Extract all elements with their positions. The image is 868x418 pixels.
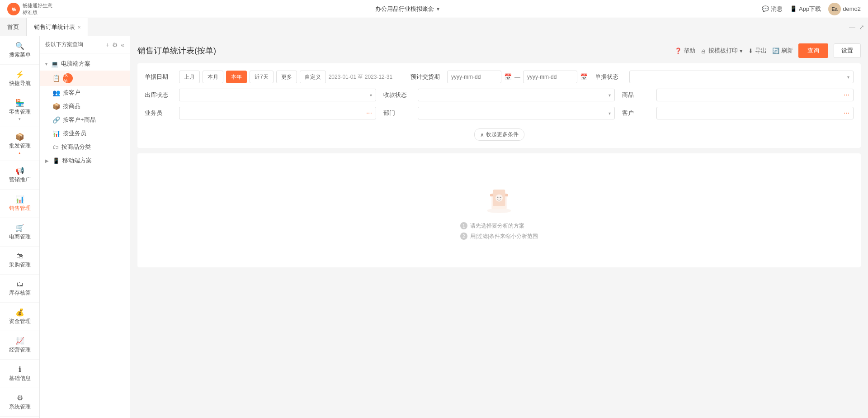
tab-close-btn[interactable]: × — [78, 24, 80, 30]
tree-item-by-category[interactable]: 🗂 按商品分类 — [40, 140, 130, 154]
customer-control: ··· — [656, 107, 854, 119]
message-btn[interactable]: 💬 消息 — [762, 5, 783, 13]
delivery-date-from[interactable] — [447, 71, 501, 83]
calendar-icon-to: 📅 — [580, 73, 588, 81]
by-goods-icon: 📦 — [52, 103, 60, 110]
collapse-arrow-icon: ∧ — [480, 132, 484, 138]
sidebar-item-retail[interactable]: 🏪 零售管理 ▾ — [0, 93, 39, 127]
customer-dropdown[interactable]: ··· — [656, 107, 854, 119]
tree-desktop-schemes[interactable]: ▾ 💻 电脑端方案 — [40, 57, 130, 71]
settings-scheme-btn[interactable]: ⚙ — [112, 41, 118, 48]
tab-maximize-btn[interactable]: ⤢ — [859, 24, 864, 31]
wholesale-icon: 📦 — [15, 133, 24, 141]
business-person-dropdown[interactable]: ··· — [179, 107, 376, 119]
tab-home[interactable]: 首页 — [0, 18, 27, 36]
setting-btn[interactable]: 设置 — [834, 43, 861, 58]
left-panel: 按以下方案查询 + ⚙ « ▾ 💻 电脑端方案 📋 按单 👥 — [40, 36, 130, 418]
department-dropdown[interactable]: ▾ — [418, 107, 615, 119]
inventory-icon: 🗂 — [16, 280, 24, 288]
app-download-btn[interactable]: 📱 App下载 — [790, 5, 821, 13]
svg-point-9 — [500, 197, 501, 198]
tab-sales-order-stats[interactable]: 销售订单统计表 × — [27, 18, 88, 36]
sidebar-item-wholesale[interactable]: 📦 批发管理 ▴ — [0, 127, 39, 161]
help-icon: ❓ — [675, 48, 682, 54]
sidebar-item-finance[interactable]: 💰 资金管理 — [0, 303, 39, 331]
user-avatar-area[interactable]: Ea demo2 — [828, 3, 861, 15]
help-btn[interactable]: ❓ 帮助 — [675, 47, 695, 55]
business-person-ellipsis: ··· — [366, 109, 372, 117]
last-month-btn[interactable]: 上月 — [179, 71, 200, 83]
add-scheme-btn[interactable]: + — [106, 41, 109, 48]
tree-item-by-goods[interactable]: 📦 按商品 — [40, 100, 130, 113]
svg-point-8 — [497, 197, 498, 198]
tab-bar-actions: — ⤢ — [849, 24, 868, 31]
sidebar-item-ecommerce[interactable]: 🛒 电商管理 — [0, 218, 39, 247]
filter-row-date: 单据日期 上月 本月 本年 近7天 更多 自定义 2023-01-01 至 20… — [145, 71, 854, 83]
tree-arrow-mobile: ▶ — [45, 158, 49, 163]
goods-label: 商品 — [622, 91, 649, 99]
sidebar-item-marketing[interactable]: 📢 营销推广 — [0, 161, 39, 190]
left-panel-header: 按以下方案查询 + ⚙ « — [40, 36, 130, 53]
main-layout: 🔍 搜索菜单 ⚡ 快捷导航 🏪 零售管理 ▾ 📦 批发管理 ▴ 📢 营销推广 📊… — [0, 36, 868, 418]
collapse-panel-btn[interactable]: « — [121, 41, 124, 48]
this-month-btn[interactable]: 本月 — [203, 71, 223, 83]
collapse-conditions-btn[interactable]: ∧ 收起更多条件 — [474, 128, 524, 141]
last7days-btn[interactable]: 近7天 — [250, 71, 274, 83]
business-person-control: ··· — [179, 107, 376, 119]
refresh-icon: 🔄 — [772, 48, 779, 54]
top-bar: 畅 畅捷通好生意 标准版 办公用品行业模拟账套 ▾ 💬 消息 📱 App下载 E… — [0, 0, 868, 18]
collection-status-dropdown[interactable]: ▾ — [418, 89, 615, 101]
customer-ellipsis: ··· — [844, 109, 849, 117]
more-date-btn[interactable]: 更多 — [276, 71, 297, 83]
date-range-text: 2023-01-01 至 2023-12-31 — [329, 73, 392, 81]
sidebar-item-purchase[interactable]: 🛍 采购管理 — [0, 247, 39, 275]
department-label: 部门 — [383, 109, 410, 117]
tree-mobile-schemes[interactable]: ▶ 📱 移动端方案 — [40, 154, 130, 167]
tree-item-by-customer-goods[interactable]: 🔗 按客户+商品 — [40, 113, 130, 127]
sidebar-item-basic-info[interactable]: ℹ 基础信息 — [0, 360, 39, 388]
logo-text: 畅捷通好生意 标准版 — [23, 2, 52, 15]
sidebar-item-system[interactable]: ⚙ 系统管理 — [0, 388, 39, 417]
desktop-icon: 💻 — [51, 61, 58, 67]
expected-delivery-control: 📅 — 📅 — [447, 71, 588, 83]
delivery-date-to[interactable] — [523, 71, 577, 83]
by-order-icon: 📋 — [52, 75, 60, 82]
empty-illustration — [481, 180, 517, 217]
tree-item-by-order[interactable]: 📋 按单 — [40, 71, 130, 86]
sidebar-search[interactable]: 🔍 搜索菜单 — [0, 36, 39, 65]
sidebar-quick-nav[interactable]: ⚡ 快捷导航 — [0, 65, 39, 93]
print-btn[interactable]: 🖨 按模板打印 ▾ — [701, 47, 743, 55]
page-actions: ❓ 帮助 🖨 按模板打印 ▾ ⬇ 导出 🔄 刷新 — [675, 43, 861, 58]
sidebar-item-inventory[interactable]: 🗂 库存核算 — [0, 275, 39, 303]
print-icon: 🖨 — [701, 48, 707, 54]
refresh-btn[interactable]: 🔄 刷新 — [772, 47, 793, 55]
order-status-control: ▾ — [629, 71, 854, 83]
top-bar-right: 💬 消息 📱 App下载 Ea demo2 — [762, 3, 861, 15]
sidebar-item-sales[interactable]: 📊 销售管理 — [0, 190, 39, 218]
content-body: 1 请先选择要分析的方案 2 用[过滤]条件来缩小分析范围 — [137, 153, 861, 267]
tab-minimize-btn[interactable]: — — [849, 24, 855, 31]
shipment-status-dropdown[interactable]: ▾ — [179, 89, 376, 101]
basic-info-icon: ℹ — [19, 365, 21, 374]
app-icon: 📱 — [790, 5, 797, 12]
tree-item-by-customer[interactable]: 👥 按客户 — [40, 86, 130, 100]
empty-tip-1: 1 请先选择要分析的方案 — [460, 222, 538, 230]
left-panel-title: 按以下方案查询 — [45, 41, 83, 48]
tree-item-by-salesperson[interactable]: 📊 按业务员 — [40, 127, 130, 140]
goods-dropdown[interactable]: ··· — [656, 89, 854, 101]
print-dropdown-icon: ▾ — [740, 48, 743, 54]
query-btn[interactable]: 查询 — [798, 43, 828, 58]
sidebar: 🔍 搜索菜单 ⚡ 快捷导航 🏪 零售管理 ▾ 📦 批发管理 ▴ 📢 营销推广 📊… — [0, 36, 40, 418]
shipment-status-control: ▾ — [179, 89, 376, 101]
this-year-btn[interactable]: 本年 — [226, 71, 247, 83]
company-name-area[interactable]: 办公用品行业模拟账套 ▾ — [375, 5, 439, 13]
company-dropdown-btn[interactable]: ▾ — [437, 6, 439, 12]
custom-date-btn[interactable]: 自定义 — [300, 71, 326, 83]
filter-area: 单据日期 上月 本月 本年 近7天 更多 自定义 2023-01-01 至 20… — [137, 63, 861, 148]
order-status-dropdown[interactable]: ▾ — [629, 71, 854, 83]
finance-icon: 💰 — [15, 308, 24, 317]
logo-area: 畅 畅捷通好生意 标准版 — [7, 2, 52, 15]
sidebar-item-operations[interactable]: 📈 经营管理 — [0, 331, 39, 360]
by-customer-icon: 👥 — [52, 89, 60, 96]
export-btn[interactable]: ⬇ 导出 — [748, 47, 767, 55]
